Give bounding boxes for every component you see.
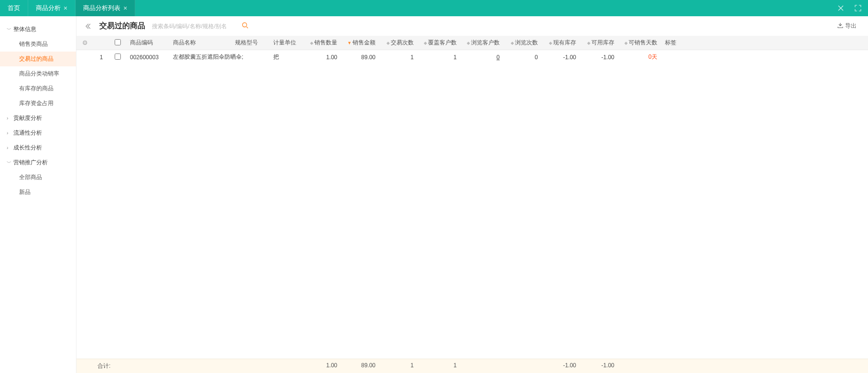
col-days-sell[interactable]: ◆可销售天数: [618, 36, 661, 50]
browse-cust-link[interactable]: 0: [496, 54, 500, 61]
col-stock-now[interactable]: ◆现有库存: [542, 36, 580, 50]
cell-unit: 把: [269, 50, 303, 64]
col-browse-cnt[interactable]: ◆浏览次数: [504, 36, 542, 50]
sort-icon: ◆: [386, 41, 390, 45]
row-checkbox[interactable]: [115, 53, 121, 60]
close-icon[interactable]: ×: [123, 4, 127, 12]
footer-label: 合计:: [94, 359, 109, 373]
sidebar-item-stocked-products[interactable]: 有库存的商品: [0, 81, 76, 96]
chevron-right-icon: ›: [7, 130, 11, 136]
col-sales-amt[interactable]: ▼销售金额: [341, 36, 379, 50]
col-row-index: [94, 36, 109, 50]
sidebar-item-sales-products[interactable]: 销售类商品: [0, 37, 76, 52]
table-header-row: ⚙ 商品编码 商品名称 规格型号 计量单位 ◆销售数量 ▼销售金额 ◆交易次数 …: [76, 36, 868, 50]
sidebar-item-inventory-capital[interactable]: 库存资金占用: [0, 96, 76, 111]
sidebar-item-traded-products[interactable]: 交易过的商品: [0, 52, 76, 66]
sort-icon: ◆: [424, 41, 427, 45]
footer-cust-cnt: 1: [418, 359, 461, 373]
col-tag[interactable]: 标签: [661, 36, 868, 50]
content-area: 交易过的商品 导出: [76, 16, 868, 373]
sidebar-group-label: 流通性分析: [13, 129, 42, 137]
sort-icon: ◆: [549, 41, 552, 45]
sidebar-item-new-products[interactable]: 新品: [0, 185, 76, 200]
tab-bar-right: [835, 0, 868, 16]
page-title: 交易过的商品: [99, 21, 145, 31]
sidebar-group-label: 贡献度分析: [13, 114, 42, 122]
chevron-right-icon: ›: [7, 145, 11, 150]
cell-browse-cnt: 0: [504, 50, 542, 64]
cell-txn-cnt: 1: [379, 50, 418, 64]
sort-icon: ◆: [587, 41, 590, 45]
sort-icon: ◆: [310, 41, 313, 45]
cell-name: 左都胶囊五折遮阳伞防晒伞;: [169, 50, 231, 64]
sidebar-group-liquidity[interactable]: › 流通性分析: [0, 126, 76, 140]
sidebar-item-all-products[interactable]: 全部商品: [0, 170, 76, 185]
col-cust-cnt[interactable]: ◆覆盖客户数: [418, 36, 461, 50]
cell-sales-qty: 1.00: [303, 50, 341, 64]
footer-sales-qty: 1.00: [303, 359, 341, 373]
chevron-down-icon: ﹀: [7, 160, 11, 166]
tab-product-analysis[interactable]: 商品分析 ×: [28, 0, 75, 16]
search-icon[interactable]: [242, 22, 248, 30]
sidebar-group-overall[interactable]: ﹀ 整体信息: [0, 22, 76, 37]
tab-label: 首页: [8, 4, 20, 12]
main-layout: ﹀ 整体信息 销售类商品 交易过的商品 商品分类动销率 有库存的商品 库存资金占…: [0, 16, 868, 373]
svg-point-0: [243, 23, 247, 27]
cell-sales-amt: 89.00: [341, 50, 379, 64]
cell-browse-cust: 0: [461, 50, 504, 64]
col-browse-cust[interactable]: ◆浏览客户数: [461, 36, 504, 50]
cell-settings: [76, 50, 94, 64]
chevron-down-icon: ﹀: [7, 26, 11, 33]
data-table: ⚙ 商品编码 商品名称 规格型号 计量单位 ◆销售数量 ▼销售金额 ◆交易次数 …: [76, 36, 868, 64]
collapse-sidebar-button[interactable]: [83, 21, 93, 31]
col-code[interactable]: 商品编码: [126, 36, 169, 50]
tab-label: 商品分析: [36, 4, 61, 12]
close-window-icon[interactable]: [835, 2, 847, 14]
col-checkbox: [109, 36, 126, 50]
cell-code: 002600003: [126, 50, 169, 64]
export-label: 导出: [845, 22, 857, 30]
footer-stock-now: -1.00: [542, 359, 580, 373]
sort-icon: ◆: [511, 41, 514, 45]
tab-label: 商品分析列表: [83, 4, 120, 12]
tab-bar: 首页 商品分析 × 商品分析列表 ×: [0, 0, 868, 16]
gear-icon[interactable]: ⚙: [82, 39, 88, 46]
sidebar-group-label: 成长性分析: [13, 144, 42, 152]
sidebar-group-growth[interactable]: › 成长性分析: [0, 140, 76, 155]
table-row[interactable]: 1 002600003 左都胶囊五折遮阳伞防晒伞; 把 1.00 89.00 1…: [76, 50, 868, 64]
col-name[interactable]: 商品名称: [169, 36, 231, 50]
col-stock-avail[interactable]: ◆可用库存: [580, 36, 618, 50]
cell-row-index: 1: [94, 50, 109, 64]
col-settings[interactable]: ⚙: [76, 36, 94, 50]
cell-stock-now: -1.00: [542, 50, 580, 64]
col-sales-qty[interactable]: ◆销售数量: [303, 36, 341, 50]
select-all-checkbox[interactable]: [115, 39, 121, 45]
export-button[interactable]: 导出: [837, 22, 857, 30]
cell-cust-cnt: 1: [418, 50, 461, 64]
col-txn-cnt[interactable]: ◆交易次数: [379, 36, 418, 50]
col-unit[interactable]: 计量单位: [269, 36, 303, 50]
search-wrap: [152, 22, 831, 30]
sidebar-group-label: 营销推广分析: [13, 159, 48, 167]
sidebar: ﹀ 整体信息 销售类商品 交易过的商品 商品分类动销率 有库存的商品 库存资金占…: [0, 16, 76, 373]
cell-tag: [661, 50, 868, 64]
chevron-right-icon: ›: [7, 116, 11, 121]
sidebar-group-contribution[interactable]: › 贡献度分析: [0, 111, 76, 126]
cell-days-sell: 0天: [618, 50, 661, 64]
col-spec[interactable]: 规格型号: [231, 36, 269, 50]
fullscreen-icon[interactable]: [852, 2, 864, 14]
table-wrapper: ⚙ 商品编码 商品名称 规格型号 计量单位 ◆销售数量 ▼销售金额 ◆交易次数 …: [76, 36, 868, 373]
footer-sales-amt: 89.00: [341, 359, 379, 373]
sidebar-group-label: 整体信息: [13, 25, 36, 33]
tab-home[interactable]: 首页: [0, 0, 28, 16]
footer-txn-cnt: 1: [379, 359, 418, 373]
cell-checkbox: [109, 50, 126, 64]
sidebar-group-marketing[interactable]: ﹀ 营销推广分析: [0, 155, 76, 170]
content-header: 交易过的商品 导出: [76, 16, 868, 36]
sort-desc-icon: ▼: [347, 41, 352, 45]
sort-icon: ◆: [467, 41, 470, 45]
sidebar-item-category-sellthrough[interactable]: 商品分类动销率: [0, 66, 76, 81]
close-icon[interactable]: ×: [64, 4, 67, 12]
search-input[interactable]: [152, 23, 238, 30]
tab-product-analysis-list[interactable]: 商品分析列表 ×: [75, 0, 135, 16]
